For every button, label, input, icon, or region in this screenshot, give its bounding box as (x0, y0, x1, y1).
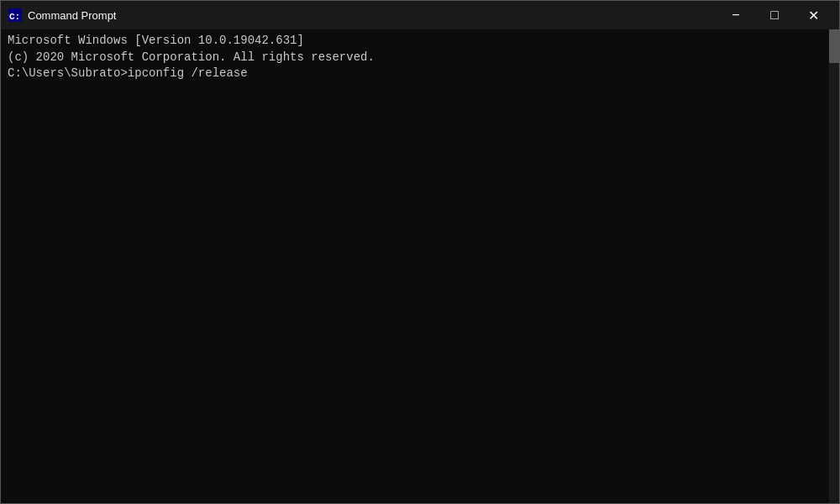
close-button[interactable]: ✕ (794, 1, 832, 29)
scrollbar[interactable] (829, 29, 839, 503)
cmd-icon: C: (8, 8, 23, 23)
cmd-window: C: Command Prompt − □ ✕ Microsoft Window… (0, 0, 840, 504)
terminal-output: Microsoft Windows [Version 10.0.19042.63… (8, 33, 832, 82)
minimize-button[interactable]: − (717, 1, 755, 29)
window-controls: − □ ✕ (717, 1, 832, 29)
maximize-button[interactable]: □ (755, 1, 794, 29)
terminal-line: C:\Users\Subrato>ipconfig /release (8, 66, 832, 82)
terminal-line: Microsoft Windows [Version 10.0.19042.63… (8, 33, 832, 50)
scrollbar-thumb[interactable] (829, 29, 839, 63)
terminal-body[interactable]: Microsoft Windows [Version 10.0.19042.63… (1, 29, 839, 503)
svg-text:C:: C: (9, 12, 20, 22)
terminal-line: (c) 2020 Microsoft Corporation. All righ… (8, 50, 832, 66)
window-title: Command Prompt (28, 9, 717, 22)
title-bar: C: Command Prompt − □ ✕ (1, 1, 839, 29)
